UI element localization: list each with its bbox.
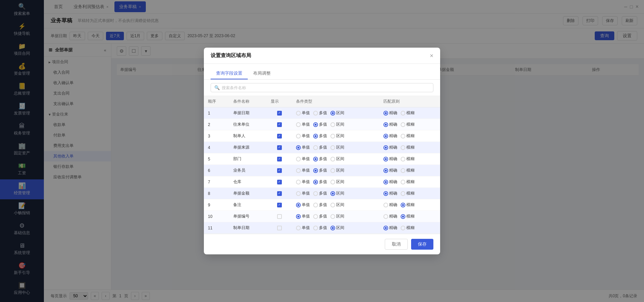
match-radio-模糊[interactable]: 模糊 — [401, 122, 414, 127]
show-checkbox[interactable] — [277, 145, 282, 150]
radio-circle — [296, 111, 301, 116]
modal-row-show[interactable] — [267, 199, 292, 211]
type-radio-多值[interactable]: 多值 — [313, 133, 327, 139]
radio-circle — [296, 226, 301, 230]
match-radio-精确[interactable]: 精确 — [383, 156, 397, 162]
match-radio-模糊[interactable]: 模糊 — [401, 202, 414, 208]
radio-circle — [313, 122, 318, 127]
match-radio-模糊[interactable]: 模糊 — [401, 191, 414, 196]
show-checkbox[interactable] — [277, 191, 282, 196]
match-radio-精确[interactable]: 精确 — [383, 191, 397, 196]
type-radio-多值[interactable]: 多值 — [313, 156, 327, 162]
type-radio-区间[interactable]: 区间 — [330, 168, 344, 173]
type-radio-区间[interactable]: 区间 — [330, 213, 344, 219]
type-radio-区间[interactable]: 区间 — [330, 179, 344, 185]
match-radio-模糊[interactable]: 模糊 — [401, 110, 414, 116]
type-radio-单值[interactable]: 单值 — [296, 213, 310, 219]
type-radio-单值[interactable]: 单值 — [296, 225, 310, 231]
modal-row-show[interactable] — [267, 119, 292, 130]
modal-row-order: 5 — [204, 153, 229, 165]
show-checkbox[interactable] — [277, 214, 282, 219]
modal-save-button[interactable]: 保存 — [411, 239, 433, 250]
modal-row-type: 单值多值区间 — [292, 142, 379, 153]
modal-row-show[interactable] — [267, 211, 292, 222]
type-radio-多值[interactable]: 多值 — [313, 202, 327, 208]
modal-row-show[interactable] — [267, 165, 292, 176]
type-radio-单值[interactable]: 单值 — [296, 110, 310, 116]
type-radio-多值[interactable]: 多值 — [313, 191, 327, 196]
match-radio-精确[interactable]: 精确 — [383, 122, 397, 127]
show-checkbox[interactable] — [277, 226, 282, 230]
type-radio-区间[interactable]: 区间 — [330, 202, 344, 208]
match-radio-精确[interactable]: 精确 — [383, 133, 397, 139]
show-checkbox[interactable] — [277, 203, 282, 207]
type-radio-区间[interactable]: 区间 — [330, 110, 344, 116]
match-radio-精确[interactable]: 精确 — [383, 110, 397, 116]
type-radio-区间[interactable]: 区间 — [330, 156, 344, 162]
type-radio-单值[interactable]: 单值 — [296, 145, 310, 150]
modal-row-match: 精确模糊 — [379, 153, 440, 165]
match-radio-精确[interactable]: 精确 — [383, 179, 397, 185]
match-radio-精确[interactable]: 精确 — [383, 202, 397, 208]
show-checkbox[interactable] — [277, 111, 282, 116]
match-radio-模糊[interactable]: 模糊 — [401, 213, 414, 219]
modal-row-show[interactable] — [267, 107, 292, 119]
radio-circle — [313, 157, 318, 161]
match-radio-精确[interactable]: 精确 — [383, 145, 397, 150]
type-radio-单值[interactable]: 单值 — [296, 168, 310, 173]
show-checkbox[interactable] — [277, 134, 282, 139]
match-radio-模糊[interactable]: 模糊 — [401, 179, 414, 185]
type-radio-多值[interactable]: 多值 — [313, 145, 327, 150]
radio-circle — [330, 168, 335, 173]
radio-circle — [401, 226, 405, 230]
radio-circle — [330, 145, 335, 150]
modal-row-show[interactable] — [267, 153, 292, 165]
radio-circle — [296, 180, 301, 184]
type-radio-区间[interactable]: 区间 — [330, 191, 344, 196]
cancel-button[interactable]: 取消 — [385, 239, 408, 250]
match-radio-模糊[interactable]: 模糊 — [401, 168, 414, 173]
type-radio-区间[interactable]: 区间 — [330, 122, 344, 127]
match-radio-精确[interactable]: 精确 — [383, 213, 397, 219]
match-radio-模糊[interactable]: 模糊 — [401, 133, 414, 139]
type-radio-多值[interactable]: 多值 — [313, 168, 327, 173]
type-radio-区间[interactable]: 区间 — [330, 225, 344, 231]
radio-circle — [330, 180, 335, 184]
show-checkbox[interactable] — [277, 180, 282, 184]
radio-circle — [330, 191, 335, 196]
type-radio-单值[interactable]: 单值 — [296, 122, 310, 127]
match-radio-精确[interactable]: 精确 — [383, 168, 397, 173]
type-radio-多值[interactable]: 多值 — [313, 179, 327, 185]
modal-row-show[interactable] — [267, 188, 292, 199]
modal-tab-fields[interactable]: 查询字段设置 — [211, 68, 248, 79]
match-radio-模糊[interactable]: 模糊 — [401, 225, 414, 231]
type-radio-多值[interactable]: 多值 — [313, 213, 327, 219]
radio-circle — [330, 157, 335, 161]
modal-close-button[interactable]: × — [430, 53, 433, 59]
type-radio-多值[interactable]: 多值 — [313, 122, 327, 127]
modal-row-show[interactable] — [267, 222, 292, 234]
show-checkbox[interactable] — [277, 157, 282, 161]
type-radio-单值[interactable]: 单值 — [296, 133, 310, 139]
modal-search-input[interactable] — [222, 85, 430, 90]
modal-overlay[interactable]: 设置查询区域布局 × 查询字段设置 布局调整 🔍 顺序 条件名称 — [0, 0, 644, 302]
type-radio-区间[interactable]: 区间 — [330, 145, 344, 150]
radio-circle — [296, 145, 301, 150]
modal-row-show[interactable] — [267, 130, 292, 142]
match-radio-模糊[interactable]: 模糊 — [401, 156, 414, 162]
match-radio-精确[interactable]: 精确 — [383, 225, 397, 231]
modal-row-name: 单据编号 — [229, 211, 267, 222]
show-checkbox[interactable] — [277, 122, 282, 127]
type-radio-单值[interactable]: 单值 — [296, 202, 310, 208]
modal-row-show[interactable] — [267, 142, 292, 153]
type-radio-多值[interactable]: 多值 — [313, 110, 327, 116]
match-radio-模糊[interactable]: 模糊 — [401, 145, 414, 150]
show-checkbox[interactable] — [277, 168, 282, 173]
modal-tab-layout[interactable]: 布局调整 — [248, 68, 276, 79]
modal-row-show[interactable] — [267, 176, 292, 188]
type-radio-区间[interactable]: 区间 — [330, 133, 344, 139]
type-radio-单值[interactable]: 单值 — [296, 191, 310, 196]
type-radio-单值[interactable]: 单值 — [296, 156, 310, 162]
type-radio-单值[interactable]: 单值 — [296, 179, 310, 185]
type-radio-多值[interactable]: 多值 — [313, 225, 327, 231]
